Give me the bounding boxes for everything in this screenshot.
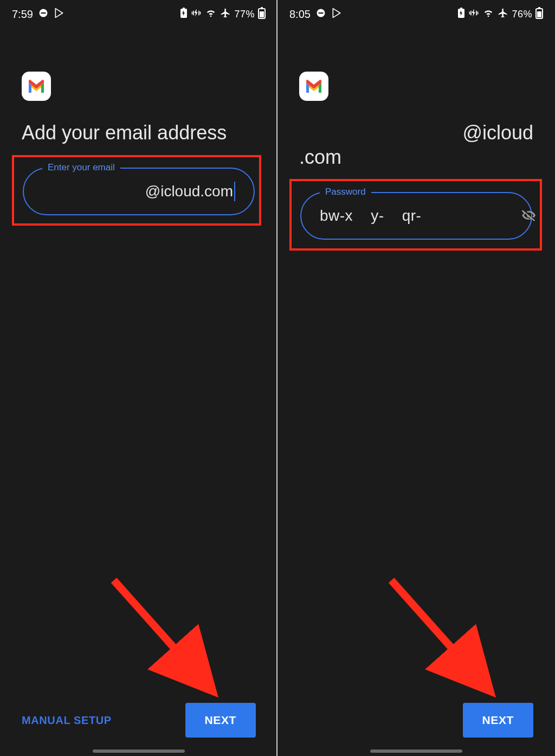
dnd-icon	[38, 8, 48, 21]
right-screenshot: 8:05	[278, 0, 555, 756]
battery-percent: 76%	[512, 9, 532, 20]
battery-saver-icon	[457, 8, 465, 21]
svg-line-7	[114, 580, 203, 681]
email-field[interactable]: Enter your email @icloud.com	[23, 168, 255, 215]
svg-rect-9	[318, 12, 323, 13]
status-bar: 8:05	[278, 0, 555, 28]
status-bar: 7:59	[0, 0, 278, 28]
wifi-icon	[205, 8, 217, 21]
svg-rect-11	[460, 8, 462, 9]
svg-rect-1	[41, 12, 46, 13]
battery-percent: 77%	[234, 9, 255, 20]
title-line-1: @icloud	[462, 121, 533, 144]
nav-handle-icon[interactable]	[93, 749, 185, 753]
vibrate-icon	[468, 8, 479, 21]
password-field[interactable]: Password	[300, 192, 532, 240]
manual-setup-button[interactable]: MANUAL SETUP	[22, 714, 112, 727]
nav-handle-icon[interactable]	[370, 749, 462, 753]
password-field-wrap: Password	[299, 188, 533, 244]
content-area: Add your email address Enter your email …	[0, 28, 278, 220]
gmail-logo-icon	[22, 72, 51, 101]
toggle-password-visibility-button[interactable]	[514, 207, 538, 226]
airplane-icon	[498, 8, 508, 21]
dnd-icon	[316, 8, 326, 21]
svg-rect-6	[260, 11, 264, 17]
battery-saver-icon	[180, 8, 188, 21]
svg-line-15	[391, 580, 481, 681]
left-screenshot: 7:59	[0, 0, 278, 756]
next-button[interactable]: NEXT	[185, 703, 256, 738]
password-input[interactable]	[320, 207, 514, 225]
next-button[interactable]: NEXT	[463, 703, 533, 738]
airplane-icon	[220, 8, 231, 21]
text-cursor-icon	[234, 182, 235, 201]
svg-rect-3	[183, 8, 185, 9]
battery-icon	[258, 7, 266, 22]
page-title: @icloud .com	[299, 120, 533, 169]
bottom-bar: MANUAL SETUP NEXT	[0, 703, 278, 738]
email-field-value: @icloud.com	[145, 183, 233, 200]
svg-rect-5	[261, 7, 263, 9]
play-store-icon	[331, 8, 342, 21]
status-time: 8:05	[289, 8, 311, 21]
svg-rect-13	[538, 7, 540, 9]
annotation-arrow-icon	[386, 575, 505, 700]
annotation-arrow-icon	[108, 575, 228, 700]
content-area: @icloud .com Password	[278, 28, 555, 244]
email-field-wrap: Enter your email @icloud.com	[22, 163, 256, 220]
email-field-label: Enter your email	[42, 162, 120, 173]
wifi-icon	[482, 8, 494, 21]
title-line-2: .com	[299, 145, 533, 169]
gmail-logo-icon	[299, 72, 328, 101]
eye-off-icon	[520, 207, 538, 224]
vibrate-icon	[191, 8, 202, 21]
password-field-label: Password	[320, 187, 371, 197]
battery-icon	[535, 7, 543, 22]
page-title: Add your email address	[22, 120, 256, 145]
play-store-icon	[54, 8, 64, 21]
status-time: 7:59	[12, 8, 33, 21]
svg-rect-14	[537, 11, 541, 17]
bottom-bar: NEXT	[278, 703, 555, 738]
